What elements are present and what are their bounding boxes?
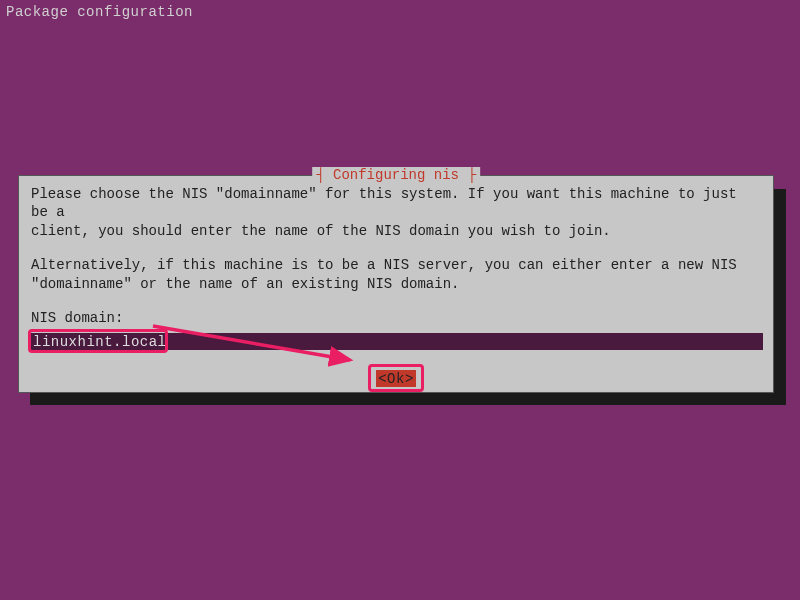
button-row: <Ok> [31, 370, 761, 388]
spacer [31, 243, 761, 257]
dialog-text-line: client, you should enter the name of the… [31, 223, 761, 241]
ok-button[interactable]: <Ok> [376, 370, 416, 387]
page-header: Package configuration [0, 0, 800, 24]
field-label: NIS domain: [31, 310, 761, 328]
dialog-text-line: Alternatively, if this machine is to be … [31, 257, 761, 275]
dialog-text-line: "domainname" or the name of an existing … [31, 276, 761, 294]
dialog-title-text: ┤ Configuring nis ├ [316, 167, 476, 183]
config-dialog: ┤ Configuring nis ├ Please choose the NI… [18, 175, 774, 393]
dialog-title: ┤ Configuring nis ├ [312, 167, 480, 183]
header-title: Package configuration [6, 4, 193, 20]
input-row [31, 333, 761, 350]
dialog-text-line: Please choose the NIS "domainname" for t… [31, 186, 761, 221]
nis-domain-input[interactable] [31, 333, 763, 350]
spacer [31, 296, 761, 310]
dialog-body: Please choose the NIS "domainname" for t… [19, 176, 773, 396]
